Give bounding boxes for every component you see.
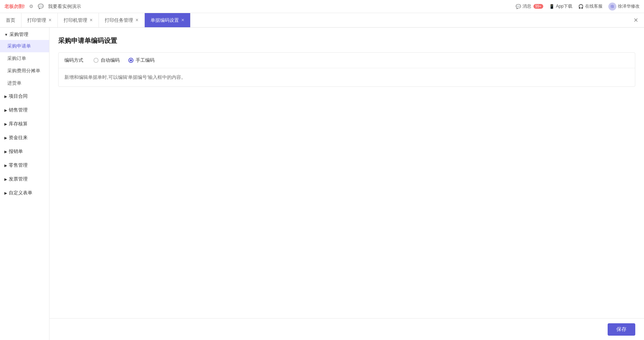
- sidebar-item-purchase-expense-split[interactable]: 采购费用分摊单: [0, 65, 49, 77]
- radio-manual-label: 手工编码: [136, 57, 155, 64]
- notice-text[interactable]: 我要看实例演示: [48, 3, 81, 10]
- radio-auto-label: 自动编码: [101, 57, 120, 64]
- sidebar-group-project-contract-label: 项目合同: [9, 93, 28, 100]
- save-button[interactable]: 保存: [608, 323, 635, 336]
- sidebar-group-custom-forms-arrow: ▶: [4, 191, 7, 195]
- sidebar-group-sales-return-label: 报销单: [9, 148, 23, 155]
- sidebar-group-sales-management[interactable]: ▶ 销售管理: [0, 103, 49, 117]
- sidebar-group-inventory-accounting-label: 库存核算: [9, 121, 28, 127]
- encoding-radio-group: 自动编码 手工编码: [93, 57, 155, 64]
- sidebar-collapse-icon: ▼: [4, 33, 8, 37]
- tab-printer-management[interactable]: 打印机管理 ✕: [58, 13, 99, 27]
- sidebar-group-inventory-accounting-arrow: ▶: [4, 122, 7, 126]
- radio-manual-circle: [128, 58, 133, 63]
- radio-auto-circle: [93, 58, 99, 63]
- sidebar-group-retail-management-arrow: ▶: [4, 163, 7, 167]
- message-badge: 99+: [533, 4, 543, 9]
- sidebar-group-retail-management[interactable]: ▶ 零售管理: [0, 158, 49, 172]
- sidebar-item-goods-receipt-label: 进货单: [7, 80, 21, 86]
- top-bar-right: 💬 消息 99+ 📱 App下载 🎧 在线客服 徐 徐泽华修改: [516, 3, 640, 11]
- radio-auto-encoding[interactable]: 自动编码: [93, 57, 120, 64]
- sidebar-group-inventory-accounting[interactable]: ▶ 库存核算: [0, 117, 49, 131]
- app-download-button[interactable]: 📱 App下载: [549, 3, 572, 9]
- sidebar-item-purchase-expense-split-label: 采购费用分摊单: [7, 68, 40, 73]
- sidebar-group-invoice-management-label: 发票管理: [9, 176, 28, 182]
- sidebar-group-project-contract-arrow: ▶: [4, 94, 7, 98]
- user-avatar: 徐: [608, 3, 616, 11]
- radio-manual-encoding[interactable]: 手工编码: [128, 57, 155, 64]
- bottom-bar: 保存: [49, 318, 644, 340]
- online-service-label: 在线客服: [585, 3, 603, 9]
- sidebar-group-purchase-title[interactable]: ▼ 采购管理: [0, 28, 49, 40]
- logo: 老板勿割!: [4, 3, 25, 10]
- encoding-method-row: 编码方式 自动编码 手工编码: [59, 53, 635, 68]
- tab-print-management-label: 打印管理: [27, 17, 46, 24]
- sidebar-item-purchase-requisition[interactable]: 采购申请单: [0, 40, 49, 52]
- tab-print-management[interactable]: 打印管理 ✕: [21, 13, 58, 27]
- message-button[interactable]: 💬 消息 99+: [516, 3, 543, 9]
- sidebar-group-sales-return-arrow: ▶: [4, 150, 7, 154]
- content-area: 采购申请单编码设置 编码方式 自动编码 手工编码: [49, 28, 644, 340]
- tab-bar-close-button[interactable]: ✕: [628, 13, 644, 27]
- main-layout: ▼ 采购管理 采购申请单 采购订单 采购费用分摊单 进货单 ▶ 项目合同 ▶ 销…: [0, 28, 644, 340]
- message-label: 消息: [523, 3, 531, 9]
- info-text: 新增和编辑单据单时,可以编辑'单据编号'输入框中的内容。: [59, 68, 635, 86]
- encoding-section: 编码方式 自动编码 手工编码 新增和编辑单据单时,可以编辑'单据编号'输入框中的…: [58, 52, 635, 87]
- message-icon: 💬: [516, 4, 521, 9]
- app-download-icon: 📱: [549, 4, 555, 9]
- top-bar-left: 老板勿割! ⚙ 💬 我要看实例演示: [4, 3, 81, 10]
- sidebar-group-capital-transactions-arrow: ▶: [4, 136, 7, 140]
- user-name: 徐泽华修改: [618, 3, 640, 9]
- tab-bar: 首页 打印管理 ✕ 打印机管理 ✕ 打印任务管理 ✕ 单据编码设置 ✕ ✕: [0, 13, 644, 28]
- sidebar-group-custom-forms-label: 自定义表单: [9, 190, 32, 196]
- page-title: 采购申请单编码设置: [58, 36, 635, 45]
- sidebar-group-sales-management-label: 销售管理: [9, 107, 28, 113]
- sidebar-group-invoice-management-arrow: ▶: [4, 177, 7, 181]
- notice-icon: 💬: [38, 4, 44, 9]
- sidebar-group-purchase-label: 采购管理: [9, 31, 28, 38]
- tab-home-label: 首页: [6, 17, 15, 24]
- encoding-method-label: 编码方式: [64, 57, 93, 64]
- tab-printer-management-label: 打印机管理: [64, 17, 87, 24]
- tab-home[interactable]: 首页: [0, 13, 21, 27]
- online-service-icon: 🎧: [578, 4, 584, 9]
- sidebar-item-goods-receipt[interactable]: 进货单: [0, 77, 49, 89]
- tab-print-management-close[interactable]: ✕: [48, 18, 52, 23]
- app-download-label: App下载: [556, 3, 572, 9]
- settings-icon[interactable]: ⚙: [29, 4, 33, 9]
- sidebar: ▼ 采购管理 采购申请单 采购订单 采购费用分摊单 进货单 ▶ 项目合同 ▶ 销…: [0, 28, 49, 340]
- content-spacer: [49, 177, 644, 318]
- sidebar-group-project-contract[interactable]: ▶ 项目合同: [0, 89, 49, 103]
- sidebar-group-sales-management-arrow: ▶: [4, 108, 7, 112]
- user-menu-button[interactable]: 徐 徐泽华修改: [608, 3, 640, 11]
- tab-print-task-management-close[interactable]: ✕: [135, 18, 139, 23]
- content-inner: 采购申请单编码设置 编码方式 自动编码 手工编码: [49, 28, 644, 177]
- tab-voucher-code-settings-label: 单据编码设置: [151, 17, 179, 24]
- sidebar-item-purchase-order-label: 采购订单: [7, 56, 26, 61]
- tab-print-task-management[interactable]: 打印任务管理 ✕: [99, 13, 145, 27]
- top-bar: 老板勿割! ⚙ 💬 我要看实例演示 💬 消息 99+ 📱 App下载 🎧 在线客…: [0, 0, 644, 13]
- sidebar-group-custom-forms[interactable]: ▶ 自定义表单: [0, 186, 49, 200]
- sidebar-group-invoice-management[interactable]: ▶ 发票管理: [0, 172, 49, 186]
- sidebar-group-purchase: ▼ 采购管理 采购申请单 采购订单 采购费用分摊单 进货单: [0, 28, 49, 89]
- sidebar-group-retail-management-label: 零售管理: [9, 162, 28, 169]
- sidebar-item-purchase-requisition-label: 采购申请单: [7, 43, 31, 49]
- tab-voucher-code-settings-close[interactable]: ✕: [181, 18, 184, 23]
- tab-printer-management-close[interactable]: ✕: [89, 18, 93, 23]
- online-service-button[interactable]: 🎧 在线客服: [578, 3, 603, 9]
- sidebar-group-sales-return[interactable]: ▶ 报销单: [0, 145, 49, 158]
- sidebar-group-capital-transactions[interactable]: ▶ 资金往来: [0, 131, 49, 145]
- tab-voucher-code-settings[interactable]: 单据编码设置 ✕: [145, 13, 191, 27]
- tab-spacer: [191, 13, 628, 27]
- sidebar-group-capital-transactions-label: 资金往来: [9, 134, 28, 141]
- sidebar-item-purchase-order[interactable]: 采购订单: [0, 52, 49, 65]
- tab-print-task-management-label: 打印任务管理: [105, 17, 133, 24]
